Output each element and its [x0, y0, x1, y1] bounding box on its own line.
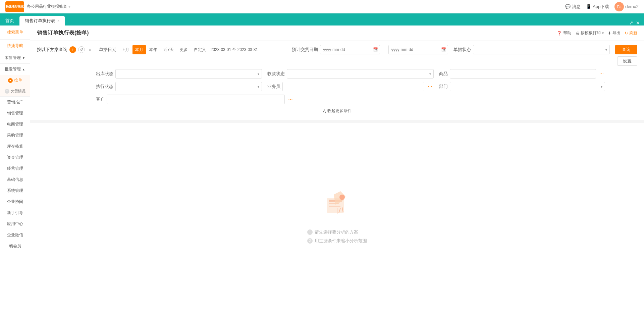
nav-tabs: 首页 销售订单执行表 × ⤢ ✕: [0, 13, 644, 25]
message-btn[interactable]: 💬 消息: [565, 4, 581, 10]
date-range-display: 2023-03-01 至 2023-03-31: [211, 47, 258, 53]
svg-point-4: [339, 195, 345, 200]
goods-input[interactable]: [450, 69, 596, 79]
sidebar-item-purchase[interactable]: 采购管理: [0, 130, 30, 141]
page-actions: ❓ 帮助 🖨 按模板打印 ▾ ⬇ 导出 ↻ 刷新: [557, 30, 637, 36]
sidebar-item-retail[interactable]: 零售管理 ▼: [0, 52, 30, 63]
dept-select-wrapper: ▾: [450, 82, 605, 91]
sidebar-item-debt[interactable]: ⊙ 欠货情况: [0, 86, 30, 96]
settings-button[interactable]: 设置: [617, 56, 637, 66]
help-btn[interactable]: ❓ 帮助: [557, 30, 571, 36]
customer-input[interactable]: [107, 95, 285, 104]
salesperson-input[interactable]: [282, 82, 424, 91]
tip-item-2: 2 用过滤条件来缩小分析范围: [307, 237, 367, 245]
goods-more-icon[interactable]: ···: [598, 71, 605, 77]
filter-delivery-status-field: 出库状态 ▾: [96, 69, 262, 79]
sidebar-item-apps[interactable]: 应用中心: [0, 218, 30, 229]
breadcrumb: 办公用品行业模拟账套 ▾: [27, 4, 70, 9]
sidebar-item-member[interactable]: 畅会员: [0, 241, 30, 252]
sidebar: 搜索菜单 快捷导航 零售管理 ▼ 批发管理 ▲ ● 按单 ⊙: [0, 25, 30, 310]
exec-status-select[interactable]: [115, 82, 262, 91]
date-btn-custom[interactable]: 自定义: [191, 45, 209, 54]
delivery-status-select-wrapper: ▾: [115, 69, 262, 79]
date-btn-this-month[interactable]: 本月: [132, 45, 146, 54]
sidebar-item-wholesale[interactable]: 批发管理 ▲: [0, 64, 30, 75]
page-title: 销售订单执行表(按单): [37, 30, 89, 37]
filter-collapse-scheme-btn[interactable]: «: [87, 46, 94, 53]
wholesale-toggle-icon: ▲: [22, 68, 25, 71]
filter-row-3: 执行状态 ▾ 业务员 ··· 部门 ▾: [37, 82, 637, 91]
filter-refresh-scheme-btn[interactable]: ↺: [78, 46, 85, 53]
svg-rect-3: [329, 206, 340, 207]
sidebar-item-operations[interactable]: 经营管理: [0, 163, 30, 174]
sidebar-item-basic[interactable]: 基础信息: [0, 174, 30, 185]
customer-label: 客户: [96, 96, 105, 102]
export-btn[interactable]: ⬇ 导出: [608, 30, 621, 36]
tab-close-icon[interactable]: ×: [57, 19, 59, 23]
sidebar-quick-nav: 快捷导航: [0, 40, 30, 52]
filter-add-scheme-btn[interactable]: +: [69, 46, 76, 53]
empty-illustration: [320, 188, 354, 222]
query-button[interactable]: 查询: [615, 45, 637, 54]
sidebar-item-order[interactable]: ● 按单: [0, 75, 30, 86]
top-bar: 畅捷通好生意 办公用品行业模拟账套 ▾ 💬 消息 📱 App下载 Ea demo…: [0, 0, 644, 13]
breadcrumb-arrow-icon: ▾: [68, 4, 70, 9]
sidebar-item-marketing[interactable]: 营销推广: [0, 97, 30, 108]
wholesale-submenu: ● 按单 ⊙ 欠货情况: [0, 75, 30, 96]
date-btn-last-month[interactable]: 上月: [118, 45, 132, 54]
salesperson-label: 业务员: [267, 84, 280, 90]
filter-expected-date-field: 预计交货日期 📅 — 📅: [292, 45, 448, 54]
collection-status-select[interactable]: [287, 69, 433, 79]
dept-select[interactable]: [450, 82, 605, 91]
date-btn-this-year[interactable]: 本年: [147, 45, 160, 54]
refresh-icon: ↻: [625, 31, 628, 36]
app-download-btn[interactable]: 📱 App下载: [586, 4, 609, 10]
sidebar-item-inventory[interactable]: 库存核算: [0, 141, 30, 152]
sidebar-item-ecom[interactable]: 电商管理: [0, 119, 30, 130]
sidebar-search-section: 搜索菜单: [0, 25, 30, 40]
delivery-status-label: 出库状态: [96, 71, 113, 77]
sidebar-item-wechat[interactable]: 企业微信: [0, 229, 30, 241]
collection-status-label: 收款状态: [267, 71, 285, 77]
quick-nav-label[interactable]: 快捷导航: [0, 41, 30, 51]
refresh-btn[interactable]: ↻ 刷新: [625, 30, 637, 36]
avatar: Ea: [614, 2, 624, 11]
filter-section-title: 按以下方案查询: [37, 47, 67, 53]
filter-goods-field: 商品 ···: [439, 69, 605, 79]
filter-customer-field: 客户 ···: [96, 95, 294, 104]
expected-date-start-input[interactable]: [320, 45, 380, 54]
search-menu-btn[interactable]: 搜索菜单: [3, 28, 27, 37]
tip-num-2: 2: [307, 238, 313, 244]
print-dropdown-icon: ▾: [602, 31, 604, 35]
filter-salesperson-field: 业务员 ···: [267, 82, 433, 91]
template-print-btn[interactable]: 🖨 按模板打印 ▾: [575, 30, 604, 36]
doc-status-select[interactable]: [473, 45, 610, 54]
sidebar-item-enterprise[interactable]: 企业协同: [0, 196, 30, 207]
sidebar-section-retail: 零售管理 ▼: [0, 52, 30, 64]
date-btn-more[interactable]: 更多: [177, 45, 191, 54]
salesperson-more-icon[interactable]: ···: [426, 84, 433, 90]
tab-active[interactable]: 销售订单执行表 ×: [19, 16, 65, 25]
sidebar-section-wholesale: 批发管理 ▲ ● 按单 ⊙ 欠货情况: [0, 64, 30, 97]
sidebar-item-finance[interactable]: 资金管理: [0, 152, 30, 163]
tab-home[interactable]: 首页: [0, 16, 19, 25]
action-buttons: 查询 设置: [615, 45, 637, 66]
sidebar-item-sales[interactable]: 销售管理: [0, 108, 30, 119]
delivery-status-select[interactable]: [115, 69, 262, 79]
date-field-label: 单据日期: [99, 47, 116, 53]
order-dot-icon: ●: [8, 78, 13, 83]
sidebar-item-newbie[interactable]: 新手引导: [0, 207, 30, 218]
sidebar-item-system[interactable]: 系统管理: [0, 185, 30, 196]
retail-toggle-icon: ▼: [22, 56, 25, 60]
empty-tips: 1 请先选择要分析的方案 2 用过滤条件来缩小分析范围: [307, 228, 367, 245]
collapse-btn[interactable]: ⋀ 收起更多条件: [323, 108, 352, 114]
tab-expand-btn[interactable]: ⤢ ✕: [625, 20, 644, 25]
collapse-up-icon: ⋀: [323, 109, 326, 113]
customer-more-icon[interactable]: ···: [287, 96, 294, 102]
user-profile[interactable]: Ea demo2: [614, 2, 639, 11]
exec-status-label: 执行状态: [96, 84, 113, 90]
expected-date-end-input[interactable]: [388, 45, 448, 54]
date-btn-7days[interactable]: 近7天: [161, 45, 176, 54]
doc-status-label: 单据状态: [453, 47, 471, 53]
print-icon: 🖨: [575, 31, 579, 36]
